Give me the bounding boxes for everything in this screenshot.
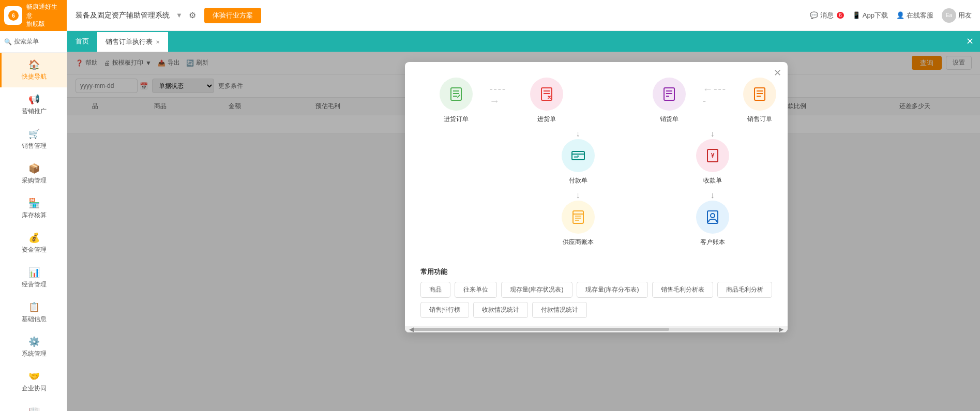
operation-icon: 📊 [28,267,40,278]
main-content: 装备及固定资产辅助管理系统 ▼ ⚙ 体验行业方案 💬 消息 6 📱 App下载 … [67,0,980,411]
sidebar-item-sales[interactable]: 🛒 销售管理 [0,122,67,157]
basic-info-icon: 📋 [28,301,40,313]
sales-order-icon [743,78,776,111]
settings-icon[interactable]: ⚙ [189,10,196,20]
user-menu[interactable]: Ea 用友 [942,8,972,23]
sales-order-node: 销售订单 [729,78,788,124]
modal-overlay[interactable]: ✕ 进货订单 - [67,52,980,411]
func-buttons-row-1: 商品 往来单位 现存量(库存状况表) 现存量(库存分布表) 销售毛利分析表 商品… [420,282,772,298]
scroll-track[interactable] [414,328,779,331]
sidebar-item-collab[interactable]: 🤝 企业协同 [0,364,67,399]
func-btn-counterparty[interactable]: 往来单位 [455,282,497,298]
page-content: ❓ 帮助 🖨 按模板打印 ▼ 📤 导出 🔄 刷新 查询 [67,52,980,411]
common-func-title: 常用功能 [420,267,772,277]
app-download-button[interactable]: 📱 App下载 [852,11,888,20]
sidebar-nav: 🏠 快捷导航 📢 营销推广 🛒 销售管理 📦 采购管理 🏪 库存核算 💰 [0,53,67,411]
tab-sales-order-exec[interactable]: 销售订单执行表 ✕ [97,31,168,52]
try-industry-button[interactable]: 体验行业方案 [204,8,261,23]
flow-lower-arrows: ↓ ↓ [426,190,767,201]
online-service-button[interactable]: 👤 在线客服 [896,11,933,20]
sidebar-item-guide[interactable]: 📖 新手引导 [0,399,67,411]
svg-text:¥: ¥ [711,152,714,159]
receipt-down-arrow: ↓ [679,191,746,200]
purchase-order-label: 进货订单 [444,115,469,124]
receipt-bill-node: ¥ 收款单 [679,139,746,185]
func-btn-stock-status[interactable]: 现存量(库存状况表) [501,282,572,298]
home-icon: 🏠 [28,59,40,70]
inventory-icon: 🏪 [28,197,40,209]
message-badge: 6 [837,12,844,19]
purchase-order-icon [440,78,473,111]
func-btn-stock-dist[interactable]: 现存量(库存分布表) [577,282,648,298]
collab-icon: 🤝 [28,371,40,382]
arrow-purchase-to-bill: - - - - → [489,83,513,118]
dropdown-arrow-icon[interactable]: ▼ [176,11,183,19]
search-icon: 🔍 [4,38,12,45]
topbar: 装备及固定资产辅助管理系统 ▼ ⚙ 体验行业方案 💬 消息 6 📱 App下载 … [67,0,980,31]
tab-close-icon[interactable]: ✕ [156,39,160,45]
scroll-left-arrow[interactable]: ◀ [409,326,414,332]
customer-ledger-label: 客户账本 [700,238,725,247]
sidebar-item-inventory[interactable]: 🏪 库存核算 [0,191,67,226]
payment-bill-node: ¥ 付款单 [545,139,612,185]
tab-home[interactable]: 首页 [67,31,97,52]
purchase-bill-down-arrow: ↓ [545,130,612,138]
payment-bill-label: 付款单 [569,176,587,185]
flow-diagram: 进货订单 - - - - → 进货单 [405,62,788,262]
supplier-ledger-label: 供应商账本 [563,238,594,247]
func-btn-receipt-stats[interactable]: 收款情况统计 [473,302,528,318]
customer-ledger-icon [696,201,729,234]
sales-icon: 🛒 [28,128,40,140]
func-btn-sales-margin[interactable]: 销售毛利分析表 [652,282,713,298]
close-window-button[interactable]: ✕ [960,36,980,47]
receipt-bill-label: 收款单 [703,176,722,185]
flow-top-row: 进货订单 - - - - → 进货单 [426,78,788,124]
user-avatar: Ea [942,8,956,23]
svg-point-29 [711,214,715,218]
svg-text:¥: ¥ [577,155,579,158]
sidebar-item-purchase[interactable]: 📦 采购管理 [0,157,67,191]
receipt-bill-icon: ¥ [696,139,729,172]
sidebar-item-finance[interactable]: 💰 资金管理 [0,226,67,261]
scroll-right-arrow[interactable]: ▶ [779,326,783,332]
payment-down-arrow: ↓ [545,191,612,200]
guide-icon: 📖 [28,405,40,411]
customer-ledger-node: 客户账本 [679,201,746,247]
func-btn-goods[interactable]: 商品 [420,282,450,298]
message-button[interactable]: 💬 消息 6 [810,11,844,20]
sidebar-item-marketing[interactable]: 📢 营销推广 [0,87,67,122]
topbar-right: 💬 消息 6 📱 App下载 👤 在线客服 Ea 用友 [810,8,972,23]
func-btn-goods-margin[interactable]: 商品毛利分析 [717,282,772,298]
purchase-icon: 📦 [28,163,40,174]
modal-close-button[interactable]: ✕ [774,67,781,79]
payment-bill-icon: ¥ [562,139,595,172]
sidebar-item-system[interactable]: ⚙️ 系统管理 [0,330,67,364]
sidebar-item-operation[interactable]: 📊 经营管理 [0,261,67,295]
marketing-icon: 📢 [28,94,40,105]
arrow-sales-order-to-bill: ← - - - - [702,83,726,118]
scroll-thumb[interactable] [414,328,669,331]
sales-bill-down-arrow: ↓ [679,130,746,138]
sidebar-search[interactable]: 🔍 搜索菜单 [0,31,67,53]
sales-bill-label: 销货单 [660,115,679,124]
search-menu-button[interactable]: 🔍 搜索菜单 [4,35,63,48]
system-icon: ⚙️ [28,336,40,347]
purchase-bill-icon [530,78,563,111]
func-btn-payment-stats[interactable]: 付款情况统计 [532,302,587,318]
modal-scrollbar[interactable]: ◀ ▶ [405,326,788,332]
purchase-bill-node: 进货单 [516,78,578,124]
download-icon: 📱 [852,11,861,19]
flow-modal: ✕ 进货订单 - [405,62,788,332]
flow-middle-arrows: ↓ ↓ [426,129,767,139]
purchase-bill-label: 进货单 [537,115,556,124]
sales-order-label: 销售订单 [747,115,772,124]
flow-middle-row: ¥ 付款单 ¥ 收款单 [545,139,746,185]
logo-icon: 6 [4,6,22,25]
message-icon: 💬 [810,11,818,19]
func-btn-sales-ranking[interactable]: 销售排行榜 [420,302,469,318]
sidebar-item-basic-info[interactable]: 📋 基础信息 [0,295,67,330]
sidebar-item-quick-nav[interactable]: 🏠 快捷导航 [0,53,67,87]
supplier-ledger-icon [562,201,595,234]
common-functions: 常用功能 商品 往来单位 现存量(库存状况表) 现存量(库存分布表) 销售毛利分… [405,262,788,326]
svg-rect-23 [573,211,583,223]
